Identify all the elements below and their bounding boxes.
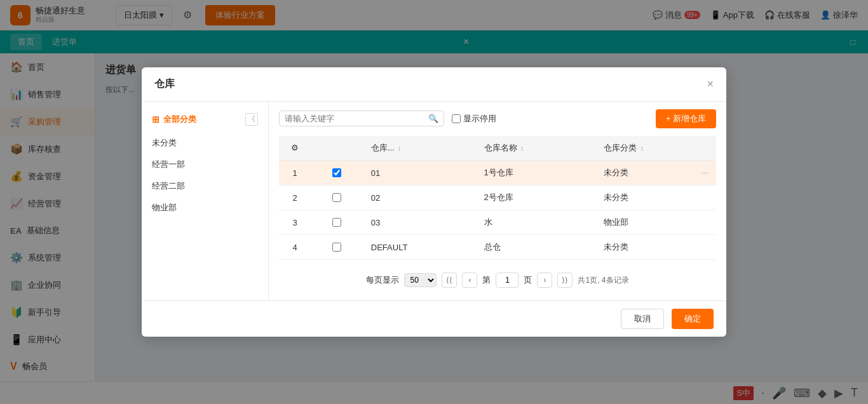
row-name: 2号仓库 — [477, 185, 597, 210]
page-size-select: 50 20 100 — [404, 273, 437, 287]
row-index: 2 — [279, 185, 311, 210]
row-checkbox-cell — [311, 235, 363, 260]
last-page-button[interactable]: ⟩⟩ — [557, 273, 573, 288]
row-name: 总仓 — [477, 235, 597, 260]
row-checkbox[interactable] — [332, 243, 341, 252]
category-collapse-button[interactable]: 《 — [245, 113, 258, 126]
row-name: 水 — [477, 210, 597, 235]
warehouse-table: ⚙ 仓库... ↕ 仓库名称 ↕ 仓库分类 ↕ — [279, 136, 716, 260]
table-panel: 🔍 显示停用 + 新增仓库 ⚙ — [269, 102, 726, 301]
modal-header: 仓库 × — [142, 67, 726, 102]
category-item-ops1[interactable]: 经营一部 — [142, 154, 268, 175]
row-checkbox[interactable] — [332, 218, 341, 227]
confirm-button[interactable]: 确定 — [672, 309, 714, 329]
row-checkbox-cell — [311, 185, 363, 210]
table-row[interactable]: 2 02 2号仓库 未分类 — [279, 185, 716, 210]
modal-footer: 取消 确定 — [142, 300, 726, 337]
add-warehouse-button[interactable]: + 新增仓库 — [656, 109, 716, 128]
table-header-row: ⚙ 仓库... ↕ 仓库名称 ↕ 仓库分类 ↕ — [279, 136, 716, 161]
row-name: 1号仓库 — [477, 160, 597, 185]
row-index: 3 — [279, 210, 311, 235]
row-checkbox[interactable] — [332, 168, 341, 177]
table-row[interactable]: 4 DEFAULT 总仓 未分类 — [279, 235, 716, 260]
col-checkbox — [311, 136, 363, 161]
table-toolbar: 🔍 显示停用 + 新增仓库 — [279, 109, 716, 128]
show-disabled-label: 显示停用 — [463, 113, 496, 125]
modal-title: 仓库 — [154, 77, 175, 91]
next-page-button[interactable]: › — [537, 273, 552, 288]
row-code: 01 — [363, 160, 477, 185]
per-page-label: 每页显示 — [366, 274, 399, 286]
row-index: 1 — [279, 160, 311, 185]
sort-icon-name: ↕ — [520, 145, 524, 152]
page-number-input[interactable] — [496, 273, 519, 288]
prev-page-button[interactable]: ‹ — [462, 273, 477, 288]
page-size-dropdown[interactable]: 50 20 100 — [404, 273, 437, 287]
total-info: 共1页, 4条记录 — [578, 275, 628, 286]
page-prefix-label: 第 — [482, 274, 491, 286]
category-title-area: ⊞ 全部分类 — [152, 114, 196, 125]
row-checkbox-cell — [311, 210, 363, 235]
col-name: 仓库名称 ↕ — [477, 136, 597, 161]
row-category: 物业部 — [596, 210, 716, 235]
row-category: 未分类 — [596, 185, 716, 210]
grid-icon: ⊞ — [152, 114, 159, 125]
row-category: 未分类 ··· — [596, 161, 716, 185]
disabled-checkbox[interactable] — [452, 114, 461, 123]
col-code: 仓库... ↕ — [363, 136, 477, 161]
table-row[interactable]: 1 01 1号仓库 未分类 ··· — [279, 160, 716, 185]
cancel-button[interactable]: 取消 — [621, 309, 664, 329]
row-checkbox[interactable] — [332, 193, 341, 202]
table-row[interactable]: 3 03 水 物业部 — [279, 210, 716, 235]
warehouse-modal: 仓库 × ⊞ 全部分类 《 未分类 经营一部 经营二部 物业部 — [142, 67, 726, 337]
first-page-button[interactable]: ⟨⟨ — [442, 273, 457, 288]
row-category: 未分类 — [596, 235, 716, 260]
col-settings: ⚙ — [279, 136, 311, 161]
table-container: ⚙ 仓库... ↕ 仓库名称 ↕ 仓库分类 ↕ — [279, 136, 716, 260]
row-actions[interactable]: ··· — [702, 168, 709, 177]
row-code: 02 — [363, 185, 477, 210]
row-checkbox-cell — [311, 160, 363, 185]
page-unit-label: 页 — [524, 274, 532, 286]
table-head: ⚙ 仓库... ↕ 仓库名称 ↕ 仓库分类 ↕ — [279, 136, 716, 161]
table-body: 1 01 1号仓库 未分类 ··· 2 02 2号仓库 未分类 3 03 水 物… — [279, 160, 716, 260]
search-box: 🔍 — [279, 111, 444, 126]
category-item-property[interactable]: 物业部 — [142, 197, 268, 219]
sort-icon-code: ↕ — [398, 145, 401, 152]
modal-close-button[interactable]: × — [707, 77, 714, 91]
category-panel: ⊞ 全部分类 《 未分类 经营一部 经营二部 物业部 — [142, 102, 269, 301]
category-header: ⊞ 全部分类 《 — [142, 109, 268, 132]
row-code: DEFAULT — [363, 235, 477, 260]
category-all-label[interactable]: 全部分类 — [163, 114, 196, 125]
show-disabled-checkbox[interactable]: 显示停用 — [452, 113, 496, 125]
modal-overlay: 仓库 × ⊞ 全部分类 《 未分类 经营一部 经营二部 物业部 — [0, 0, 868, 404]
col-category: 仓库分类 ↕ — [596, 136, 716, 161]
sort-icon-category: ↕ — [641, 145, 644, 152]
category-item-unclassified[interactable]: 未分类 — [142, 132, 268, 154]
search-input[interactable] — [285, 114, 428, 123]
category-item-ops2[interactable]: 经营二部 — [142, 175, 268, 197]
row-index: 4 — [279, 235, 311, 260]
search-icon[interactable]: 🔍 — [428, 114, 438, 123]
modal-body: ⊞ 全部分类 《 未分类 经营一部 经营二部 物业部 — [142, 102, 726, 301]
pagination: 每页显示 50 20 100 ⟨⟨ ‹ 第 页 › ⟩⟩ — [279, 267, 716, 293]
row-code: 03 — [363, 210, 477, 235]
